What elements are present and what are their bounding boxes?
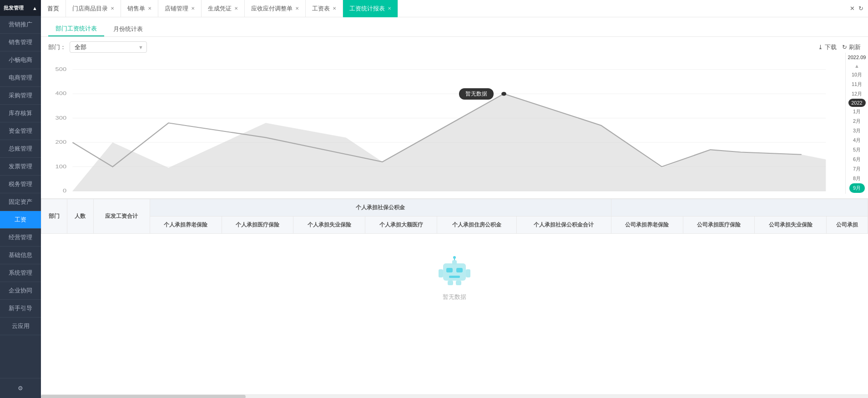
col-personal-housing-fund: 个人承担住房公积金	[437, 217, 517, 234]
timeline-month-sep[interactable]: 9月	[849, 183, 865, 193]
sidebar-title: 批发管理	[4, 5, 24, 11]
timeline-month-aug[interactable]: 8月	[846, 174, 868, 183]
col-dept: 部门	[41, 199, 67, 234]
nav-tab-shop-catalog[interactable]: 门店商品目录 ✕	[66, 0, 121, 17]
col-company-unemployment: 公司承担失业保险	[755, 217, 827, 234]
col-count: 人数	[67, 199, 93, 234]
svg-rect-24	[456, 281, 461, 285]
table-scrollbar-thumb[interactable]	[41, 395, 246, 398]
download-button[interactable]: ⤓ 下载	[818, 43, 837, 51]
col-personal-total: 个人承担社保公积金合计	[516, 217, 611, 234]
refresh-toolbar-button[interactable]: ↻ 刷新	[842, 43, 861, 51]
sidebar-item-ecommerce-small[interactable]: 小畅电商	[0, 51, 41, 69]
dept-select[interactable]: 全部	[70, 41, 147, 53]
dept-select-wrapper: 全部 ▼	[70, 41, 147, 53]
sidebar-item-funds[interactable]: 资金管理	[0, 122, 41, 140]
empty-label: 暂无数据	[443, 293, 466, 301]
col-company-medical: 公司承担医疗保险	[683, 217, 755, 234]
timeline-month-may[interactable]: 5月	[846, 145, 868, 155]
timeline-month-dec[interactable]: 12月	[846, 89, 868, 99]
svg-rect-22	[466, 269, 470, 277]
sidebar-item-ecommerce[interactable]: 电商管理	[0, 69, 41, 87]
nav-tab-shop-manage[interactable]: 店铺管理 ✕	[158, 0, 202, 17]
sidebar-item-operations[interactable]: 经营管理	[0, 229, 41, 247]
sidebar-item-new-guide[interactable]: 新手引导	[0, 300, 41, 317]
nav-tab-receivable-adjust[interactable]: 应收应付调整单 ✕	[245, 0, 306, 17]
sidebar-item-enterprise[interactable]: 企业协同	[0, 282, 41, 300]
table-scrollbar[interactable]	[41, 394, 868, 398]
sidebar-item-general-ledger[interactable]: 总账管理	[0, 140, 41, 158]
empty-state-row: 暂无数据	[41, 234, 868, 320]
svg-point-20	[453, 256, 456, 259]
sub-tab-month-stat[interactable]: 月份统计表	[106, 22, 150, 36]
sidebar-item-sales[interactable]: 销售管理	[0, 34, 41, 51]
timeline-month-mar[interactable]: 3月	[846, 126, 868, 136]
close-icon[interactable]: ✕	[333, 6, 336, 11]
timeline-month-jul[interactable]: 7月	[846, 164, 868, 174]
sidebar-item-cloud-app[interactable]: 云应用	[0, 317, 41, 335]
svg-rect-14	[443, 263, 466, 281]
sidebar-collapse-icon[interactable]: ▲	[32, 5, 37, 11]
sidebar-item-invoice[interactable]: 发票管理	[0, 158, 41, 176]
main-area: 首页 门店商品目录 ✕ 销售单 ✕ 店铺管理 ✕ 生成凭证 ✕ 应收应付调整单 …	[41, 0, 868, 398]
timeline-panel: 2022.09 ▲ 10月 11月 12月 2022 1月 2月 3月 4月 5…	[845, 53, 868, 194]
nav-tab-payroll-table[interactable]: 工资表 ✕	[306, 0, 343, 17]
top-nav-right: ✕ ↻	[850, 5, 868, 12]
svg-text:300: 300	[56, 115, 66, 121]
col-company-other: 公司承担	[827, 217, 868, 234]
timeline-month-nov[interactable]: 11月	[846, 80, 868, 89]
refresh-button[interactable]: ↻	[858, 5, 863, 12]
sidebar-item-system[interactable]: 系统管理	[0, 264, 41, 282]
sidebar: 批发管理 ▲ 营销推广 销售管理 小畅电商 电商管理 采购管理 库存核算 资金管…	[0, 0, 41, 398]
sidebar-item-fixed-assets[interactable]: 固定资产	[0, 193, 41, 211]
nav-tab-sales-order[interactable]: 销售单 ✕	[121, 0, 158, 17]
svg-text:200: 200	[56, 139, 66, 145]
sidebar-item-payroll[interactable]: 工资	[0, 211, 41, 229]
top-nav: 首页 门店商品目录 ✕ 销售单 ✕ 店铺管理 ✕ 生成凭证 ✕ 应收应付调整单 …	[41, 0, 868, 17]
close-icon[interactable]: ✕	[148, 6, 151, 11]
close-icon[interactable]: ✕	[295, 6, 299, 11]
sidebar-item-purchase[interactable]: 采购管理	[0, 87, 41, 105]
close-icon[interactable]: ✕	[111, 6, 114, 11]
col-personal-major-medical: 个人承担大额医疗	[365, 217, 437, 234]
chart-svg: 0 100 200 300 400 500	[48, 57, 838, 198]
nav-tab-production-cert[interactable]: 生成凭证 ✕	[202, 0, 245, 17]
sidebar-settings-button[interactable]: ⚙	[0, 378, 41, 398]
timeline-month-jun[interactable]: 6月	[846, 155, 868, 164]
svg-text:100: 100	[56, 163, 66, 169]
sidebar-item-inventory[interactable]: 库存核算	[0, 105, 41, 122]
close-all-button[interactable]: ✕	[850, 5, 855, 12]
sidebar-item-basic-info[interactable]: 基础信息	[0, 247, 41, 264]
sidebar-header[interactable]: 批发管理 ▲	[0, 0, 41, 16]
svg-rect-18	[452, 260, 457, 265]
timeline-month-feb[interactable]: 2月	[846, 116, 868, 126]
toolbar-right: ⤓ 下载 ↻ 刷新	[818, 43, 861, 51]
sub-tabs: 部门工资统计表 月份统计表	[41, 17, 868, 37]
refresh-icon: ↻	[842, 44, 847, 50]
col-group-company-insurance	[611, 199, 868, 217]
nav-tab-payroll-report[interactable]: 工资统计报表 ✕	[343, 0, 398, 17]
timeline-month-apr[interactable]: 4月	[846, 136, 868, 145]
sidebar-item-tax[interactable]: 税务管理	[0, 176, 41, 193]
table-wrapper: 部门 人数 应发工资合计 个人承担社保公积金 个人承担养老保险 个人承担医疗保险…	[41, 198, 868, 394]
close-icon[interactable]: ✕	[388, 6, 391, 11]
col-personal-pension: 个人承担养老保险	[150, 217, 222, 234]
timeline-month-oct[interactable]: 10月	[846, 70, 868, 80]
sub-tab-dept-stat[interactable]: 部门工资统计表	[48, 22, 104, 36]
svg-text:500: 500	[56, 66, 66, 72]
svg-text:0: 0	[63, 188, 66, 194]
col-personal-medical: 个人承担医疗保险	[222, 217, 293, 234]
timeline-year-label: 2022.09	[847, 53, 867, 62]
close-icon[interactable]: ✕	[234, 6, 238, 11]
timeline-year-2022[interactable]: 2022	[848, 99, 866, 107]
close-icon[interactable]: ✕	[191, 6, 195, 11]
timeline-up-button[interactable]: ▲	[853, 62, 861, 70]
timeline-month-jan[interactable]: 1月	[846, 107, 868, 116]
timeline-down-button[interactable]: ▼	[853, 193, 861, 194]
nav-tab-home[interactable]: 首页	[41, 0, 66, 17]
content-area: 部门工资统计表 月份统计表 部门： 全部 ▼ ⤓ 下载	[41, 17, 868, 398]
sidebar-item-marketing[interactable]: 营销推广	[0, 16, 41, 34]
col-personal-unemployment: 个人承担失业保险	[293, 217, 365, 234]
col-salary: 应发工资合计	[93, 199, 150, 234]
chart-wrapper: 0 100 200 300 400 500	[48, 57, 838, 198]
